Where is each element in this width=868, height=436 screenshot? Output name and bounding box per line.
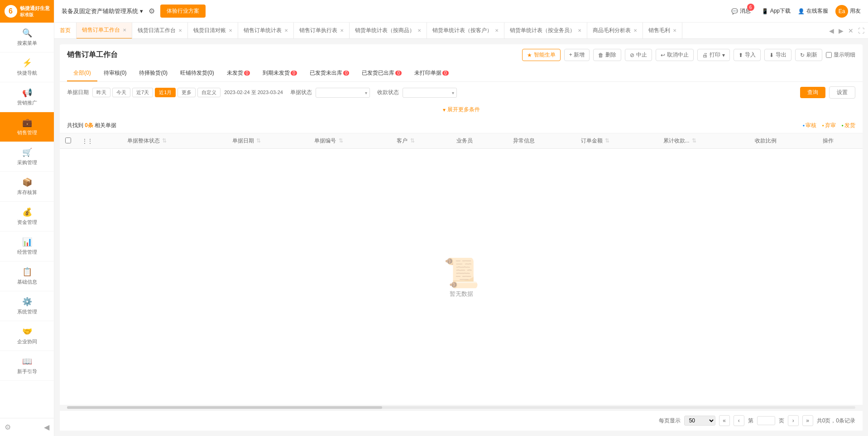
status-select[interactable] <box>316 88 370 98</box>
date-btn-custom[interactable]: 自定义 <box>197 88 221 97</box>
sidebar-item-search[interactable]: 🔍 搜索菜单 <box>0 23 54 52</box>
delete-button[interactable]: 🗑 删除 <box>593 49 621 61</box>
subtab-not-shipped[interactable]: 未发货0 <box>221 66 257 81</box>
smart-generate-button[interactable]: ★ 智能生单 <box>522 49 561 61</box>
sidebar-item-inventory[interactable]: 📦 库存核算 <box>0 172 54 202</box>
page-first-button[interactable]: « <box>719 415 730 426</box>
page-last-button[interactable]: » <box>802 415 813 426</box>
expand-filter-button[interactable]: ▾ 展开更多条件 <box>443 106 480 114</box>
sidebar-item-marketing[interactable]: 📢 营销推广 <box>0 82 54 112</box>
message-item[interactable]: 💬 6 消息 <box>728 5 754 17</box>
refresh-button[interactable]: ↻ 刷新 <box>795 49 822 61</box>
tab-customer-stats[interactable]: 销货单统计表（按客户） ✕ <box>427 23 504 39</box>
tab-daily-reconcile[interactable]: 钱货日清对账 ✕ <box>188 23 238 39</box>
th-customer[interactable]: 客户 ⇅ <box>391 133 451 149</box>
tab-expand-icon[interactable]: ⛶ <box>856 26 866 35</box>
tab-close-icon[interactable]: ✕ <box>495 28 499 33</box>
show-detail-checkbox[interactable] <box>826 52 832 58</box>
tab-sales-order[interactable]: 销售订单工作台 ✕ <box>77 23 132 39</box>
tab-sales-margin[interactable]: 销售毛利 ✕ <box>643 23 682 39</box>
subtab-overdue-ship[interactable]: 到期未发货0 <box>256 66 303 81</box>
sidebar-item-collab[interactable]: 🤝 企业协同 <box>0 321 54 351</box>
th-date[interactable]: 单据日期 ⇅ <box>227 133 309 149</box>
page-number-input[interactable]: 1 <box>757 416 775 425</box>
date-btn-yesterday[interactable]: 昨天 <box>92 88 110 97</box>
tab-close-icon[interactable]: ✕ <box>229 28 232 33</box>
tab-daily-clear[interactable]: 钱货日清工作台 ✕ <box>132 23 188 39</box>
th-collected[interactable]: 累计收款... ⇅ <box>658 133 750 149</box>
subtab-pending-inspect[interactable]: 待择验货(0) <box>133 66 174 81</box>
tab-sales-stats[interactable]: 销售订单统计表 ✕ <box>238 23 294 39</box>
sidebar-item-sales[interactable]: 💼 销售管理 <box>0 112 54 142</box>
tab-home[interactable]: 首页 <box>54 23 77 39</box>
box-icon: 📦 <box>22 177 32 187</box>
tab-salesperson-stats[interactable]: 销货单统计表（按业务员） ✕ <box>504 23 587 39</box>
sidebar-item-quick[interactable]: ⚡ 快捷导航 <box>0 52 54 82</box>
print-button[interactable]: 🖨 打印 ▾ <box>697 49 730 61</box>
topbar-gear-icon[interactable]: ⚙ <box>149 7 155 15</box>
sidebar-item-finance[interactable]: 💰 资金管理 <box>0 202 54 232</box>
tab-close-icon[interactable]: ✕ <box>417 28 421 33</box>
tab-close-icon[interactable]: ✕ <box>284 28 288 33</box>
tab-close-icon[interactable]: ✕ <box>673 28 676 33</box>
th-overall-status[interactable]: 单据整体状态 ⇅ <box>122 133 227 149</box>
tab-goods-stats[interactable]: 销货单统计表（按商品） ✕ <box>350 23 427 39</box>
collect-select-wrapper <box>403 88 457 98</box>
collect-select[interactable] <box>403 88 457 98</box>
tab-close-icon[interactable]: ✕ <box>340 28 344 33</box>
tab-close-icon[interactable]: ✕ <box>578 28 581 33</box>
select-all-checkbox[interactable] <box>65 137 71 143</box>
tab-close-icon[interactable]: ✕ <box>178 28 182 33</box>
sidebar-item-guide[interactable]: 📖 新手引导 <box>0 351 54 381</box>
sidebar-collapse-icon[interactable]: ◀ <box>44 423 49 431</box>
tab-sales-exec[interactable]: 销售订单执行表 ✕ <box>294 23 350 39</box>
th-number[interactable]: 单据编号 ⇅ <box>309 133 391 149</box>
subtab-pending-review[interactable]: 待审核(0) <box>97 66 133 81</box>
page-next-button[interactable]: › <box>788 415 799 426</box>
import-icon: ⬆ <box>739 52 743 58</box>
tab-next-icon[interactable]: ▶ <box>837 26 845 35</box>
tab-close-icon[interactable]: ✕ <box>633 28 637 33</box>
sidebar-item-basic-info[interactable]: 📋 基础信息 <box>0 261 54 291</box>
date-btn-7days[interactable]: 近7天 <box>132 88 153 97</box>
sidebar-item-management[interactable]: 📊 经营管理 <box>0 232 54 261</box>
online-service-item[interactable]: 👤 在线客服 <box>798 7 828 15</box>
subtab-not-printed[interactable]: 未打印单据0 <box>408 66 455 81</box>
cancel-stop-icon: ↩ <box>661 52 665 58</box>
export-button[interactable]: ⬇ 导出 <box>764 49 791 61</box>
date-btn-today[interactable]: 今天 <box>112 88 130 97</box>
tab-close-all-icon[interactable]: ✕ <box>846 26 855 35</box>
query-button[interactable]: 查询 <box>800 87 825 98</box>
batch-ship-link[interactable]: 发货 <box>841 122 855 129</box>
filter-setting-button[interactable]: 设置 <box>829 86 855 99</box>
app-download-item[interactable]: 📱 App下载 <box>762 7 791 15</box>
new-button[interactable]: + 新增 <box>564 49 590 61</box>
cancel-stop-button[interactable]: ↩ 取消中止 <box>656 49 694 61</box>
tab-prev-icon[interactable]: ◀ <box>827 26 836 35</box>
subtab-wangpu-ship[interactable]: 旺铺待发货(0) <box>174 66 221 81</box>
stop-button[interactable]: ⊘ 中止 <box>625 49 652 61</box>
subtab-shipped-not-out[interactable]: 已发货未出库0 <box>303 66 356 81</box>
sidebar-item-system[interactable]: ⚙️ 系统管理 <box>0 291 54 321</box>
th-amount[interactable]: 订单金额 ⇅ <box>575 133 658 149</box>
batch-approve-link[interactable]: 审核 <box>802 122 816 129</box>
tab-close-icon[interactable]: ✕ <box>123 28 126 33</box>
sidebar-settings-icon[interactable]: ⚙ <box>5 423 11 431</box>
subtab-all[interactable]: 全部(0) <box>67 66 97 81</box>
show-detail-checkbox-label[interactable]: 显示明细 <box>826 51 855 59</box>
date-btn-more[interactable]: 更多 <box>177 88 196 97</box>
user-item[interactable]: Ea 用友 <box>835 5 861 18</box>
page-content: 销售订单工作台 ★ 智能生单 + 新增 🗑 删除 ⊘ 中止 ↩ 取消中止 <box>54 39 868 436</box>
date-btn-1month[interactable]: 近1月 <box>155 88 176 97</box>
scrollbar-track[interactable] <box>67 406 855 409</box>
subtab-shipped-out[interactable]: 已发货已出库0 <box>355 66 408 81</box>
tab-margin-analysis[interactable]: 商品毛利分析表 ✕ <box>587 23 643 39</box>
scrollbar-thumb[interactable] <box>67 406 382 409</box>
solution-button[interactable]: 体验行业方案 <box>160 5 206 18</box>
page-prev-button[interactable]: ‹ <box>734 415 744 426</box>
page-size-select[interactable]: 50 100 200 <box>684 416 715 426</box>
sidebar-item-purchase[interactable]: 🛒 采购管理 <box>0 142 54 172</box>
import-button[interactable]: ⬆ 导入 <box>734 49 761 61</box>
batch-cancel-link[interactable]: 弃审 <box>822 122 836 129</box>
system-title-dropdown[interactable]: 装备及固定资产辅助管理系统 ▾ <box>62 7 143 15</box>
